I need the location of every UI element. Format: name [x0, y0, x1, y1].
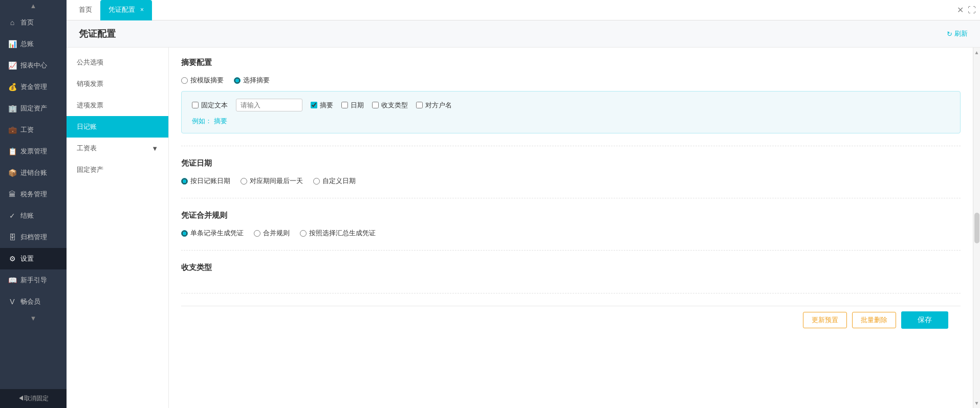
save-button[interactable]: 保存	[901, 311, 948, 329]
sidebar-item-label: 固定资产	[20, 104, 47, 113]
sidebar-item-label: 结账	[20, 211, 34, 220]
left-nav-payroll-sheet[interactable]: 工资表 ▼	[67, 138, 168, 159]
close-button[interactable]: ✕	[957, 5, 964, 15]
summary-radio-group: 按模版摘要 选择摘要	[181, 76, 961, 85]
tab-home[interactable]: 首页	[71, 0, 100, 20]
date-checkbox[interactable]	[341, 102, 348, 108]
journal-date-radio[interactable]	[181, 178, 188, 185]
voucher-date-journal[interactable]: 按日记账日期	[181, 176, 230, 186]
tab-voucher-config[interactable]: 凭证配置 ×	[100, 0, 152, 20]
left-nav-fixed-assets[interactable]: 固定资产	[67, 159, 168, 180]
merge-rule-radio-group: 单条记录生成凭证 合并规则 按照选择汇总生成凭证	[181, 229, 961, 238]
voucher-date-section: 凭证日期 按日记账日期 对应期间最后一天 自定义日期	[181, 158, 961, 198]
by-selection-radio[interactable]	[300, 230, 307, 237]
voucher-date-last-day[interactable]: 对应期间最后一天	[241, 176, 303, 186]
sidebar-item-label: 归档管理	[20, 233, 47, 242]
ledger-icon: 📊	[8, 40, 16, 48]
voucher-date-radio-group: 按日记账日期 对应期间最后一天 自定义日期	[181, 176, 961, 186]
refresh-button[interactable]: ↻ 刷新	[947, 29, 968, 38]
counterpart-checkbox[interactable]	[416, 102, 423, 108]
assets-icon: 🏢	[8, 104, 16, 112]
chevron-down-icon: ▼	[151, 145, 158, 152]
sidebar-item-ledger[interactable]: 📊 总账	[0, 33, 67, 55]
sidebar-item-tax[interactable]: 🏛 税务管理	[0, 184, 67, 205]
left-nav-journal[interactable]: 日记账	[67, 116, 168, 138]
summary-checkbox[interactable]	[311, 102, 317, 108]
sidebar-item-label: 资金管理	[20, 82, 47, 92]
summary-radio-select[interactable]: 选择摘要	[234, 76, 270, 85]
sidebar-item-invoice-mgmt[interactable]: 📋 发票管理	[0, 141, 67, 162]
sidebar-item-closing[interactable]: ✓ 结账	[0, 205, 67, 226]
summary-select-radio[interactable]	[234, 77, 241, 84]
single-record-radio[interactable]	[181, 230, 188, 237]
summary-section: 摘要配置 按模版摘要 选择摘要	[181, 58, 961, 146]
voucher-date-title: 凭证日期	[181, 158, 961, 168]
checkbox-fixed-text[interactable]: 固定文本	[192, 101, 228, 110]
income-type-title: 收支类型	[181, 263, 961, 273]
scroll-down-arrow[interactable]: ▼	[973, 399, 980, 407]
page-header: 凭证配置 ↻ 刷新	[67, 20, 980, 48]
checkbox-counterpart[interactable]: 对方户名	[416, 101, 452, 110]
merge-rule-title: 凭证合并规则	[181, 211, 961, 220]
sidebar-unpin-button[interactable]: ◀取消固定	[0, 389, 67, 408]
sidebar-item-settings[interactable]: ⚙ 设置	[0, 248, 67, 269]
right-scrollbar: ▲ ▼	[973, 48, 980, 408]
sales-icon: 📦	[8, 169, 16, 177]
sidebar-item-label: 畅会员	[20, 297, 40, 306]
summary-radio-template[interactable]: 按模版摘要	[181, 76, 224, 85]
merge-rule-by-selection[interactable]: 按照选择汇总生成凭证	[300, 229, 376, 238]
settings-icon: ⚙	[8, 255, 16, 263]
sidebar-item-label: 发票管理	[20, 147, 47, 156]
funds-icon: 💰	[8, 83, 16, 91]
left-nav-public[interactable]: 公共选项	[67, 52, 168, 73]
tab-close-icon[interactable]: ×	[140, 6, 144, 13]
guide-icon: 📖	[8, 276, 16, 284]
window-controls: ✕ ⛶	[957, 5, 976, 15]
scroll-up-arrow[interactable]: ▲	[973, 49, 980, 56]
merge-rule-merge[interactable]: 合并规则	[254, 229, 290, 238]
merge-rule-single[interactable]: 单条记录生成凭证	[181, 229, 244, 238]
voucher-date-custom[interactable]: 自定义日期	[313, 176, 356, 186]
fixed-text-checkbox[interactable]	[192, 102, 199, 108]
sidebar-item-label: 总账	[20, 39, 34, 49]
left-nav-sales-invoice[interactable]: 销项发票	[67, 73, 168, 95]
sidebar-scroll-up[interactable]: ▲	[0, 0, 67, 12]
sidebar-item-guide[interactable]: 📖 新手引导	[0, 269, 67, 291]
last-day-radio[interactable]	[241, 178, 247, 185]
sidebar-item-reports[interactable]: 📈 报表中心	[0, 55, 67, 76]
sidebar-item-label: 税务管理	[20, 190, 47, 199]
invoice-icon: 📋	[8, 147, 16, 155]
sidebar-item-archive[interactable]: 🗄 归档管理	[0, 226, 67, 248]
main-area: 首页 凭证配置 × ✕ ⛶ 凭证配置 ↻ 刷新 公共选项	[67, 0, 980, 408]
income-type-checkbox[interactable]	[372, 102, 379, 108]
sidebar-scroll-down[interactable]: ▼	[0, 312, 67, 324]
sidebar-item-payroll[interactable]: 💼 工资	[0, 119, 67, 141]
scroll-thumb[interactable]	[974, 213, 979, 243]
batch-delete-button[interactable]: 批量删除	[852, 312, 896, 328]
archive-icon: 🗄	[8, 233, 16, 241]
reports-icon: 📈	[8, 61, 16, 70]
checkbox-income-type[interactable]: 收支类型	[372, 101, 408, 110]
sidebar-item-label: 首页	[20, 18, 34, 27]
update-preview-button[interactable]: 更新预置	[803, 312, 847, 328]
tax-icon: 🏛	[8, 190, 16, 198]
sidebar-item-funds[interactable]: 💰 资金管理	[0, 76, 67, 98]
expand-button[interactable]: ⛶	[968, 6, 976, 15]
left-nav-purchase-invoice[interactable]: 进项发票	[67, 95, 168, 116]
member-icon: V	[8, 298, 16, 306]
example-text: 例如： 摘要	[192, 117, 950, 126]
payroll-icon: 💼	[8, 126, 16, 134]
sidebar-item-assets[interactable]: 🏢 固定资产	[0, 98, 67, 119]
sidebar-item-member[interactable]: V 畅会员	[0, 291, 67, 312]
checkbox-date[interactable]: 日期	[341, 101, 364, 110]
merge-rule-radio[interactable]	[254, 230, 260, 237]
checkbox-summary[interactable]: 摘要	[311, 101, 333, 110]
income-type-section: 收支类型	[181, 263, 961, 293]
sidebar-item-home[interactable]: ⌂ 首页	[0, 12, 67, 33]
sidebar-item-sales-ledger[interactable]: 📦 进销台账	[0, 162, 67, 184]
summary-template-radio[interactable]	[181, 77, 188, 84]
custom-date-radio[interactable]	[313, 178, 320, 185]
main-content: 摘要配置 按模版摘要 选择摘要	[169, 48, 973, 408]
fixed-text-input[interactable]	[236, 99, 302, 111]
sidebar-item-label: 新手引导	[20, 276, 47, 285]
